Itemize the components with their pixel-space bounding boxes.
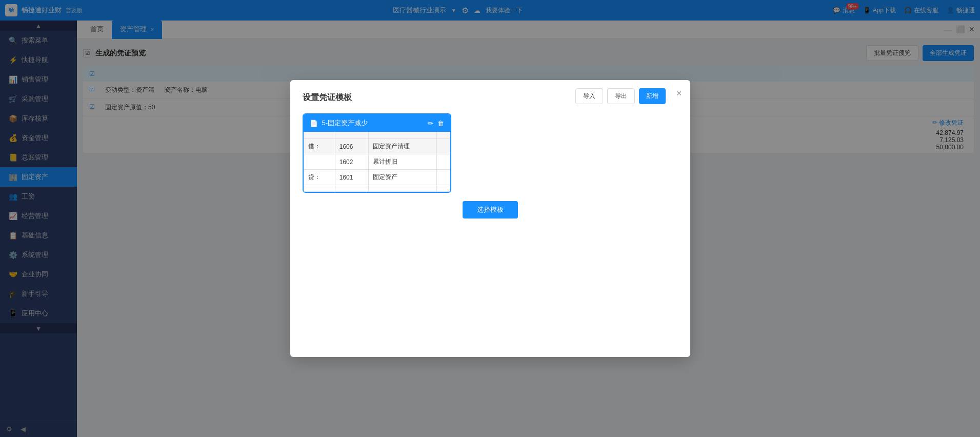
template-card-actions: ✏ 🗑 (428, 120, 444, 127)
template-entry-2: 1602 累计折旧 (304, 154, 450, 170)
new-template-button[interactable]: 新增 (639, 88, 666, 104)
entry1-code: 1606 (335, 139, 368, 154)
entry2-name: 累计折旧 (369, 154, 437, 170)
modal-close-button[interactable]: × (676, 88, 682, 99)
template-entries-table: 借： 1606 固定资产清理 1602 累计折旧 贷： (304, 132, 450, 192)
modal-overlay: 设置凭证模板 导入 导出 新增 × 📄 5-固定资产减少 ✏ 🗑 (0, 0, 980, 437)
empty2 (335, 185, 368, 192)
entry1-amount (437, 139, 450, 154)
empty3 (369, 185, 437, 192)
th-amount (437, 132, 450, 139)
entry3-type: 贷： (304, 170, 335, 185)
template-delete-icon[interactable]: 🗑 (437, 120, 444, 127)
empty1 (304, 185, 335, 192)
select-template-button[interactable]: 选择模板 (463, 201, 518, 218)
export-button[interactable]: 导出 (607, 88, 635, 104)
template-edit-icon[interactable]: ✏ (428, 120, 433, 127)
modal-dialog: 设置凭证模板 导入 导出 新增 × 📄 5-固定资产减少 ✏ 🗑 (290, 80, 690, 357)
entry3-code: 1601 (335, 170, 368, 185)
template-doc-icon: 📄 (310, 120, 318, 127)
template-card: 📄 5-固定资产减少 ✏ 🗑 (303, 113, 451, 193)
import-button[interactable]: 导入 (575, 88, 603, 104)
template-entry-1: 借： 1606 固定资产清理 (304, 139, 450, 154)
entry1-type: 借： (304, 139, 335, 154)
template-entry-empty (304, 185, 450, 192)
entry3-amount (437, 170, 450, 185)
template-body: 借： 1606 固定资产清理 1602 累计折旧 贷： (304, 132, 450, 192)
th-code (335, 132, 368, 139)
template-card-header: 📄 5-固定资产减少 ✏ 🗑 (304, 114, 450, 132)
th-name (369, 132, 437, 139)
template-id-name: 5-固定资产减少 (322, 118, 368, 128)
template-header-left: 📄 5-固定资产减少 (310, 118, 368, 128)
th-type (304, 132, 335, 139)
template-table-header (304, 132, 450, 139)
entry2-type (304, 154, 335, 170)
template-entry-3: 贷： 1601 固定资产 (304, 170, 450, 185)
entry1-name: 固定资产清理 (369, 139, 437, 154)
modal-toolbar: 导入 导出 新增 (575, 88, 666, 104)
entry2-code: 1602 (335, 154, 368, 170)
entry2-amount (437, 154, 450, 170)
entry3-name: 固定资产 (369, 170, 437, 185)
empty4 (437, 185, 450, 192)
